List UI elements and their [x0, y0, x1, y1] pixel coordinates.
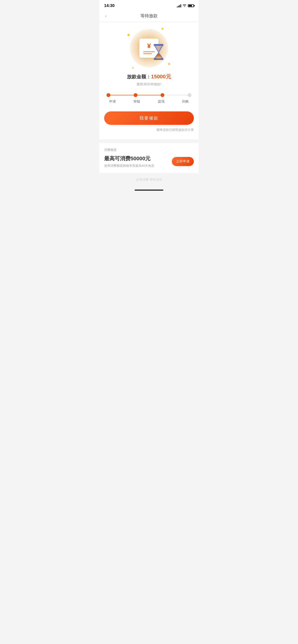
progress-labels: 申请 审核 提现 到账	[106, 100, 192, 104]
main-content: ¥	[99, 22, 199, 139]
promo-content: 最高可消费50000元 使用消费额度购物享受最高40天免息 立即申请	[104, 155, 194, 168]
home-bar	[135, 190, 163, 191]
nav-bar: ‹ 等待放款	[99, 10, 199, 22]
section-divider	[99, 139, 199, 141]
progress-label-4: 到账	[180, 100, 192, 104]
disclaimer-text: 最终还款日按照放款日计算	[104, 128, 194, 132]
progress-step-4	[188, 93, 192, 97]
card-line-short	[143, 53, 152, 54]
page-title: 等待放款	[140, 13, 158, 19]
decoration-dot-2	[162, 28, 163, 30]
progress-step-1	[106, 93, 110, 97]
progress-step-2	[134, 93, 137, 97]
footer-text: 合理消费 理性借贷	[99, 173, 199, 187]
home-indicator	[99, 187, 199, 194]
promo-apply-button[interactable]: 立即申请	[172, 157, 194, 166]
wifi-icon	[183, 4, 186, 8]
amount-label: 放款金额：15000元	[104, 73, 194, 80]
status-time: 14:30	[104, 3, 114, 8]
back-button[interactable]: ‹	[104, 12, 107, 20]
cta-button[interactable]: 我要催款	[104, 112, 194, 125]
decoration-dot-1	[127, 34, 130, 36]
battery-icon	[188, 4, 194, 7]
progress-section: 申请 审核 提现 到账	[104, 93, 194, 104]
progress-label-2: 审核	[131, 100, 143, 104]
progress-label-3: 提现	[155, 100, 167, 104]
illustration-inner: ¥	[139, 38, 159, 58]
amount-subtitle: 最快30分钟放款!	[104, 82, 194, 86]
amount-section: 放款金额：15000元 最快30分钟放款!	[104, 73, 194, 86]
illustration-container: ¥	[104, 29, 194, 67]
illustration-circle: ¥	[130, 29, 168, 67]
status-bar: 14:30	[99, 0, 199, 10]
progress-step-3	[161, 93, 164, 97]
promo-text: 最高可消费50000元 使用消费额度购物享受最高40天免息	[104, 155, 169, 168]
progress-label-1: 申请	[106, 100, 118, 104]
promo-title: 最高可消费50000元	[104, 155, 169, 162]
amount-value: 15000元	[151, 74, 171, 80]
signal-icon	[177, 4, 181, 8]
promo-tag: 消费额度	[104, 148, 194, 152]
promo-section: 消费额度 最高可消费50000元 使用消费额度购物享受最高40天免息 立即申请	[99, 143, 199, 173]
yuan-symbol: ¥	[147, 42, 151, 50]
progress-track	[106, 93, 192, 97]
status-icons	[177, 4, 194, 8]
decoration-dot-4	[132, 67, 134, 68]
svg-point-2	[156, 56, 162, 58]
hourglass-icon	[152, 44, 166, 61]
decoration-dot-3	[168, 63, 170, 65]
promo-subtitle: 使用消费额度购物享受最高40天免息	[104, 164, 169, 168]
svg-rect-0	[154, 44, 163, 46]
